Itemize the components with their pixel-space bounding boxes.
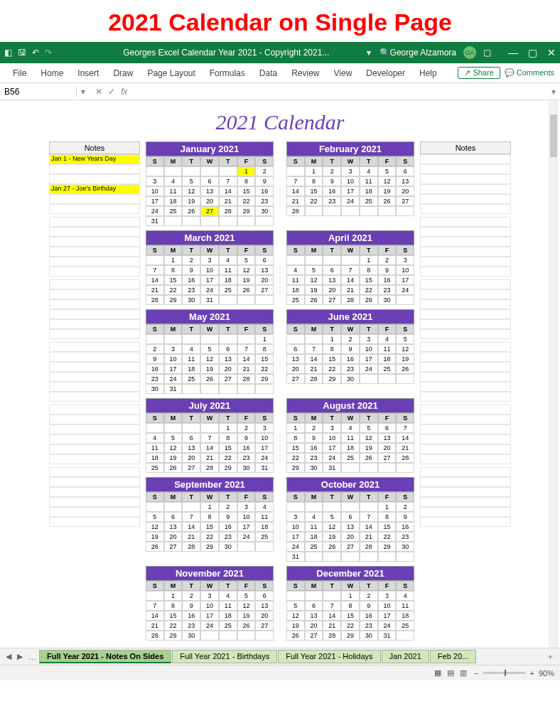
day-cell[interactable]: 2	[341, 334, 360, 344]
close-icon[interactable]: ✕	[547, 47, 556, 58]
day-cell[interactable]: 3	[360, 334, 378, 344]
day-cell[interactable]: 23	[378, 285, 397, 295]
note-cell[interactable]	[49, 487, 140, 497]
day-cell[interactable]: 25	[164, 206, 183, 216]
day-cell[interactable]: 4	[396, 591, 414, 601]
ribbon-tab-data[interactable]: Data	[252, 68, 284, 78]
note-cell[interactable]	[49, 319, 140, 329]
normal-view-icon[interactable]: ▦	[434, 668, 441, 678]
day-cell[interactable]: 6	[255, 591, 274, 601]
note-cell[interactable]	[49, 517, 140, 527]
day-cell[interactable]: 5	[182, 176, 200, 186]
day-cell[interactable]: 2	[305, 423, 323, 433]
day-cell[interactable]: 13	[255, 265, 274, 275]
day-cell[interactable]: 4	[255, 502, 274, 512]
day-cell[interactable]: 11	[164, 186, 183, 196]
note-cell[interactable]	[49, 507, 140, 517]
note-cell[interactable]	[420, 454, 511, 464]
note-cell[interactable]	[420, 217, 511, 227]
day-cell[interactable]: 8	[323, 344, 341, 354]
page-break-view-icon[interactable]: ▥	[460, 668, 467, 678]
day-cell[interactable]: 29	[200, 542, 219, 552]
day-cell[interactable]: 9	[237, 433, 256, 443]
day-cell[interactable]: 25	[360, 196, 378, 206]
day-cell[interactable]: 24	[378, 621, 397, 631]
name-box-dropdown-icon[interactable]: ▾	[77, 87, 90, 97]
day-cell[interactable]: 15	[323, 354, 341, 364]
day-cell[interactable]: 7	[360, 512, 378, 522]
save-icon[interactable]: 🖫	[18, 48, 26, 58]
day-cell[interactable]: 20	[286, 364, 305, 374]
day-cell[interactable]: 6	[164, 512, 183, 522]
day-cell[interactable]: 14	[341, 275, 360, 285]
day-cell[interactable]: 14	[182, 522, 200, 532]
day-cell[interactable]: 7	[146, 601, 164, 611]
day-cell[interactable]: 29	[341, 631, 360, 641]
day-cell[interactable]: 26	[237, 621, 256, 631]
day-cell[interactable]: 15	[360, 275, 378, 285]
day-cell[interactable]: 31	[164, 384, 183, 394]
day-cell[interactable]: 26	[396, 364, 414, 374]
day-cell[interactable]: 9	[146, 354, 164, 364]
day-cell[interactable]: 17	[200, 611, 219, 621]
day-cell[interactable]: 17	[237, 522, 256, 532]
day-cell[interactable]: 3	[286, 512, 305, 522]
day-cell[interactable]: 23	[341, 364, 360, 374]
day-cell[interactable]: 24	[360, 364, 378, 374]
day-cell[interactable]: 10	[200, 601, 219, 611]
day-cell[interactable]: 9	[378, 265, 397, 275]
day-cell[interactable]: 12	[305, 275, 323, 285]
day-cell[interactable]: 24	[396, 285, 414, 295]
day-cell[interactable]: 9	[341, 344, 360, 354]
note-cell[interactable]	[49, 164, 140, 174]
day-cell[interactable]: 2	[146, 344, 164, 354]
day-cell[interactable]: 27	[219, 374, 237, 384]
day-cell[interactable]: 25	[341, 453, 360, 463]
worksheet-area[interactable]: 2021 Calendar Notes Jan 1 - New Years Da…	[0, 100, 560, 648]
day-cell[interactable]: 22	[219, 453, 237, 463]
share-button[interactable]: ↗ Share	[458, 67, 500, 79]
day-cell[interactable]: 3	[200, 255, 219, 265]
day-cell[interactable]: 2	[219, 502, 237, 512]
day-cell[interactable]: 16	[182, 275, 200, 285]
day-cell[interactable]: 7	[323, 601, 341, 611]
day-cell[interactable]: 28	[146, 631, 164, 641]
day-cell[interactable]: 3	[341, 166, 360, 176]
day-cell[interactable]: 2	[237, 423, 256, 433]
day-cell[interactable]: 31	[378, 631, 397, 641]
note-cell[interactable]	[49, 217, 140, 227]
day-cell[interactable]: 10	[286, 522, 305, 532]
day-cell[interactable]: 25	[219, 621, 237, 631]
note-cell[interactable]	[420, 257, 511, 267]
note-cell[interactable]: Jan 1 - New Years Day	[49, 154, 140, 164]
note-cell[interactable]	[420, 517, 511, 527]
day-cell[interactable]: 30	[378, 295, 397, 305]
note-cell[interactable]	[420, 164, 511, 174]
day-cell[interactable]: 26	[182, 206, 200, 216]
note-cell[interactable]	[420, 362, 511, 372]
day-cell[interactable]: 1	[305, 166, 323, 176]
day-cell[interactable]: 4	[378, 334, 397, 344]
day-cell[interactable]: 10	[200, 265, 219, 275]
day-cell[interactable]: 7	[146, 265, 164, 275]
ribbon-tab-page-layout[interactable]: Page Layout	[140, 68, 202, 78]
day-cell[interactable]: 24	[146, 206, 164, 216]
day-cell[interactable]: 14	[146, 275, 164, 285]
day-cell[interactable]: 14	[146, 611, 164, 621]
note-cell[interactable]	[420, 497, 511, 507]
day-cell[interactable]: 8	[164, 265, 183, 275]
day-cell[interactable]: 7	[286, 176, 305, 186]
note-cell[interactable]	[420, 414, 511, 424]
day-cell[interactable]: 10	[360, 344, 378, 354]
day-cell[interactable]: 11	[255, 512, 274, 522]
day-cell[interactable]: 30	[396, 542, 414, 552]
day-cell[interactable]: 16	[360, 611, 378, 621]
day-cell[interactable]: 3	[146, 176, 164, 186]
day-cell[interactable]: 13	[219, 354, 237, 364]
day-cell[interactable]: 3	[396, 255, 414, 265]
note-cell[interactable]	[49, 174, 140, 184]
note-cell[interactable]	[420, 487, 511, 497]
day-cell[interactable]: 6	[378, 423, 397, 433]
day-cell[interactable]: 20	[219, 364, 237, 374]
day-cell[interactable]: 20	[323, 285, 341, 295]
